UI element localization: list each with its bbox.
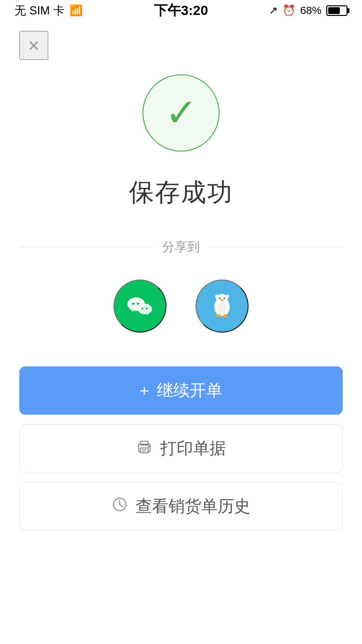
svg-point-2 bbox=[132, 302, 134, 305]
plus-icon: + bbox=[139, 381, 149, 400]
svg-point-15 bbox=[217, 302, 227, 314]
checkmark-icon: ✓ bbox=[165, 94, 197, 132]
svg-point-14 bbox=[221, 299, 223, 301]
page-content: × ✓ 保存成功 分享到 bbox=[0, 21, 362, 531]
continue-label: 继续开单 bbox=[157, 379, 223, 402]
svg-point-25 bbox=[148, 446, 150, 448]
status-bar: 无 SIM 卡 📶 下午3:20 ↗ ⏰ 68% bbox=[0, 0, 362, 21]
close-icon: × bbox=[28, 36, 39, 55]
svg-point-16 bbox=[216, 314, 221, 317]
action-buttons: + 继续开单 打印单据 bbox=[19, 366, 343, 531]
share-icons bbox=[113, 280, 249, 333]
continue-button[interactable]: + 继续开单 bbox=[19, 366, 343, 415]
svg-point-17 bbox=[223, 314, 228, 317]
print-button[interactable]: 打印单据 bbox=[19, 424, 343, 473]
print-label: 打印单据 bbox=[160, 437, 226, 460]
divider-left bbox=[19, 247, 153, 247]
wechat-icon bbox=[125, 291, 156, 322]
battery-icon bbox=[326, 5, 348, 16]
wifi-icon: 📶 bbox=[70, 4, 83, 17]
success-title: 保存成功 bbox=[129, 176, 233, 210]
status-right: ↗ ⏰ 68% bbox=[269, 4, 348, 17]
history-label: 查看销货单历史 bbox=[136, 495, 251, 518]
wechat-share-button[interactable] bbox=[113, 280, 167, 333]
svg-rect-22 bbox=[140, 448, 148, 453]
svg-point-13 bbox=[224, 297, 225, 298]
svg-rect-24 bbox=[142, 451, 145, 452]
no-sim-label: 无 SIM 卡 bbox=[14, 3, 65, 18]
history-icon bbox=[111, 496, 128, 517]
success-circle: ✓ bbox=[142, 74, 220, 152]
share-label: 分享到 bbox=[162, 238, 200, 255]
print-icon bbox=[136, 438, 153, 459]
status-left: 无 SIM 卡 📶 bbox=[14, 3, 83, 18]
svg-point-3 bbox=[137, 302, 139, 305]
svg-point-5 bbox=[146, 308, 148, 309]
battery-percent: 68% bbox=[300, 4, 321, 17]
alarm-icon: ⏰ bbox=[282, 4, 295, 17]
svg-point-12 bbox=[220, 297, 221, 298]
svg-point-4 bbox=[141, 308, 143, 309]
share-divider: 分享到 bbox=[19, 238, 343, 255]
location-icon: ↗ bbox=[269, 4, 278, 17]
divider-right bbox=[209, 247, 343, 247]
svg-point-1 bbox=[138, 304, 152, 314]
qq-icon bbox=[207, 291, 238, 322]
close-button[interactable]: × bbox=[19, 31, 48, 60]
svg-point-18 bbox=[215, 294, 218, 298]
svg-rect-23 bbox=[142, 449, 147, 450]
history-button[interactable]: 查看销货单历史 bbox=[19, 482, 343, 531]
status-time: 下午3:20 bbox=[154, 1, 208, 20]
qq-share-button[interactable] bbox=[195, 280, 249, 333]
svg-line-28 bbox=[120, 504, 123, 507]
svg-point-19 bbox=[226, 294, 229, 298]
